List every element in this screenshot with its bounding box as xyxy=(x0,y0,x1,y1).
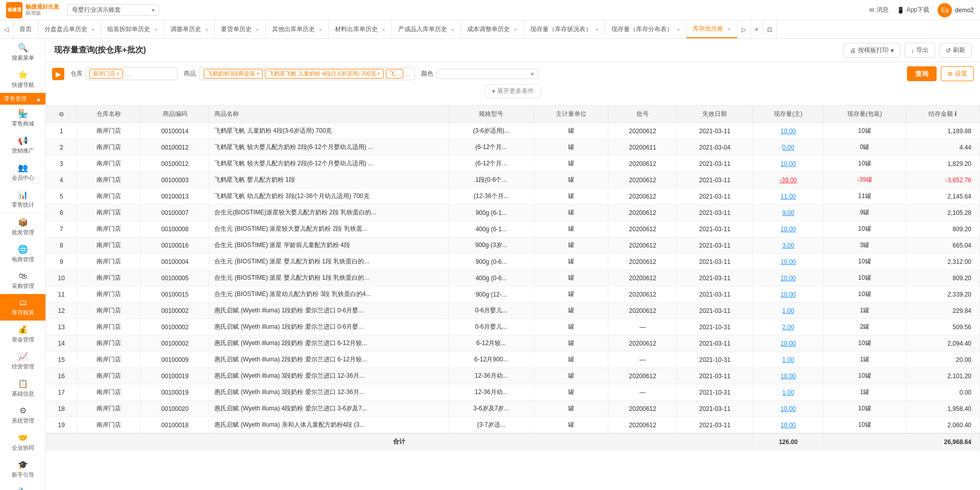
sidebar-expand-btn[interactable]: ▲ xyxy=(36,96,41,102)
row-qty-main[interactable]: 10.00 xyxy=(753,417,824,434)
goods-dots[interactable]: ... xyxy=(405,70,410,78)
sidebar-item-member[interactable]: 👥 会员中心 xyxy=(0,159,45,186)
row-qty-main[interactable]: 10.00 xyxy=(753,286,824,303)
sidebar-item-appcenter[interactable]: 🔧 应用中心 xyxy=(0,483,45,490)
row-qty-main[interactable]: 10.00 xyxy=(753,123,824,139)
sidebar-item-retail-mall[interactable]: 🏪 零售商城 xyxy=(0,105,45,132)
tab-3[interactable]: 调拨单历史 × xyxy=(164,20,215,38)
row-qty-main[interactable]: 10.00 xyxy=(753,254,824,270)
print-btn[interactable]: 🖨 按模板打印 ▾ xyxy=(843,43,900,58)
row-qty-main[interactable]: 10.00 xyxy=(753,335,824,352)
row-qty-main[interactable]: 3.00 xyxy=(753,237,824,254)
sidebar-item-ecommerce[interactable]: 🌐 电商管理 xyxy=(0,240,45,267)
warehouse-filter-container[interactable]: 南岸门店 × ... xyxy=(86,67,178,80)
color-dropdown-icon[interactable]: ▾ xyxy=(531,70,534,78)
row-qty-main[interactable]: -39.00 xyxy=(753,172,824,188)
sidebar-item-purchase[interactable]: 🛍 采购管理 xyxy=(0,267,45,294)
tab-4[interactable]: 要货单历史 × xyxy=(215,20,265,38)
warehouse-dots[interactable]: ... xyxy=(125,70,130,78)
row-amount: 2,105.28 xyxy=(905,205,979,221)
tab-maximize[interactable]: ⊡ xyxy=(763,20,777,38)
filter-arrow-btn[interactable]: ▶ xyxy=(52,68,64,80)
app-download-btn[interactable]: 📱 App下载 xyxy=(897,6,929,14)
tab-5[interactable]: 其他出库单历史 × xyxy=(266,20,329,38)
sidebar-item-inventory[interactable]: 🗂 库存核算 xyxy=(0,294,45,321)
row-qty-main[interactable]: 0.00 xyxy=(753,139,824,156)
row-qty-main[interactable]: 10.00 xyxy=(753,368,824,384)
goods-tag-3[interactable]: 飞... xyxy=(386,69,403,79)
expand-more-btn[interactable]: ▾ 展开更多条件 xyxy=(485,84,541,98)
tab-11-active[interactable]: 库存批次账 × xyxy=(687,20,737,38)
refresh-btn[interactable]: ↺ 刷新 xyxy=(939,43,972,58)
row-qty-main[interactable]: 2.00 xyxy=(753,319,824,335)
row-expire: 2021-03-04 xyxy=(677,139,753,156)
goods-tag-2[interactable]: 飞鹤星飞帆 儿童奶粉 4段(3-6岁适用) 700克 × xyxy=(265,69,384,79)
goods-label: 商品 xyxy=(184,69,196,78)
tab-close-icon[interactable]: × xyxy=(154,27,157,33)
tab-close-icon[interactable]: × xyxy=(596,27,599,33)
tab-10[interactable]: 现存量（库存分布表） × xyxy=(605,20,687,38)
goods-tag-close[interactable]: × xyxy=(377,71,380,77)
sidebar-item-stats[interactable]: 📊 零售统计 xyxy=(0,186,45,213)
row-qty-main[interactable]: 10.00 xyxy=(753,221,824,237)
sidebar-item-operation[interactable]: 📈 经营管理 xyxy=(0,348,45,375)
row-code: 00100020 xyxy=(141,401,209,417)
enterprise-select[interactable]: 母婴行业演示账套 ▾ xyxy=(67,4,159,16)
row-qty-main[interactable]: 10.00 xyxy=(753,156,824,172)
user-name: demo2 xyxy=(955,7,974,14)
sidebar-item-guide[interactable]: 🎓 新手引导 xyxy=(0,456,45,483)
sidebar-shortcut[interactable]: ⭐ 快捷导航 xyxy=(0,66,45,93)
tab-close-icon[interactable]: × xyxy=(451,27,454,33)
settings-btn[interactable]: ⚙ 设置 xyxy=(941,66,974,81)
tab-1[interactable]: 分盘盘点单历史 × xyxy=(38,20,101,38)
sidebar-item-system[interactable]: ⚙ 系统管理 xyxy=(0,402,45,429)
query-btn[interactable]: 查询 xyxy=(907,66,937,81)
sidebar-item-finance[interactable]: 💰 资金管理 xyxy=(0,321,45,348)
tab-home[interactable]: 首页 xyxy=(13,20,38,38)
row-no: 13 xyxy=(46,319,77,335)
goods-tag-close[interactable]: × xyxy=(256,71,259,77)
tab-close-icon[interactable]: × xyxy=(727,26,730,32)
tab-nav-left[interactable]: ◁ xyxy=(0,20,13,38)
tab-close-icon[interactable]: × xyxy=(205,27,208,33)
tab-close-icon[interactable]: × xyxy=(256,27,259,33)
tab-2[interactable]: 组装拆卸单历史 × xyxy=(101,20,164,38)
tab-close-icon[interactable]: × xyxy=(319,27,322,33)
tab-close-icon[interactable]: × xyxy=(514,27,517,33)
message-btn[interactable]: ✉ 消息 xyxy=(869,6,889,14)
tab-9[interactable]: 现存量（库存状况表） × xyxy=(524,20,605,38)
sidebar-item-wholesale[interactable]: 📦 批发管理 xyxy=(0,213,45,240)
row-qty-main[interactable]: 10.00 xyxy=(753,401,824,417)
col-settings[interactable]: ⚙ xyxy=(46,106,77,123)
color-filter-container[interactable]: ▾ xyxy=(436,69,538,79)
row-warehouse: 南岸门店 xyxy=(77,335,141,352)
row-qty-main[interactable]: 9.00 xyxy=(753,205,824,221)
row-no: 19 xyxy=(46,417,77,434)
sidebar-item-marketing[interactable]: 📢 营销推广 xyxy=(0,132,45,159)
row-unit: 罐 xyxy=(534,188,608,205)
row-qty-main[interactable]: 1.00 xyxy=(753,352,824,368)
sidebar-item-cooperation[interactable]: 🤝 企业协同 xyxy=(0,429,45,456)
sidebar-item-basic[interactable]: 📋 基础信息 xyxy=(0,375,45,402)
row-qty-main[interactable]: 10.00 xyxy=(753,270,824,286)
goods-filter-container[interactable]: 飞鹤奶粉3段两提装 × 飞鹤星飞帆 儿童奶粉 4段(3-6岁适用) 700克 ×… xyxy=(199,67,415,80)
warehouse-tag-close[interactable]: × xyxy=(116,71,119,77)
row-qty-main[interactable]: 1.00 xyxy=(753,384,824,401)
row-spec: (3-6岁适用)... xyxy=(449,123,534,139)
tab-close-icon[interactable]: × xyxy=(677,27,680,33)
tab-nav-right[interactable]: ▷ xyxy=(738,20,751,38)
tab-close-icon[interactable]: × xyxy=(91,27,94,33)
sidebar-search[interactable]: 🔍 搜索菜单 xyxy=(0,39,45,66)
export-btn[interactable]: ↓ 导出 xyxy=(904,43,935,58)
tab-8[interactable]: 成本调整单历史 × xyxy=(461,20,524,38)
row-qty-main[interactable]: 11.00 xyxy=(753,188,824,205)
tab-6[interactable]: 材料出库单历史 × xyxy=(329,20,391,38)
tab-close-all[interactable]: × xyxy=(751,20,763,38)
goods-tag-1[interactable]: 飞鹤奶粉3段两提装 × xyxy=(204,69,263,79)
row-qty-main[interactable]: 1.00 xyxy=(753,303,824,319)
tab-7[interactable]: 产成品入库单历史 × xyxy=(392,20,461,38)
row-no: 7 xyxy=(46,221,77,237)
tab-close-icon[interactable]: × xyxy=(382,27,385,33)
user-info[interactable]: Ea demo2 xyxy=(938,3,974,17)
warehouse-tag[interactable]: 南岸门店 × xyxy=(89,69,123,79)
